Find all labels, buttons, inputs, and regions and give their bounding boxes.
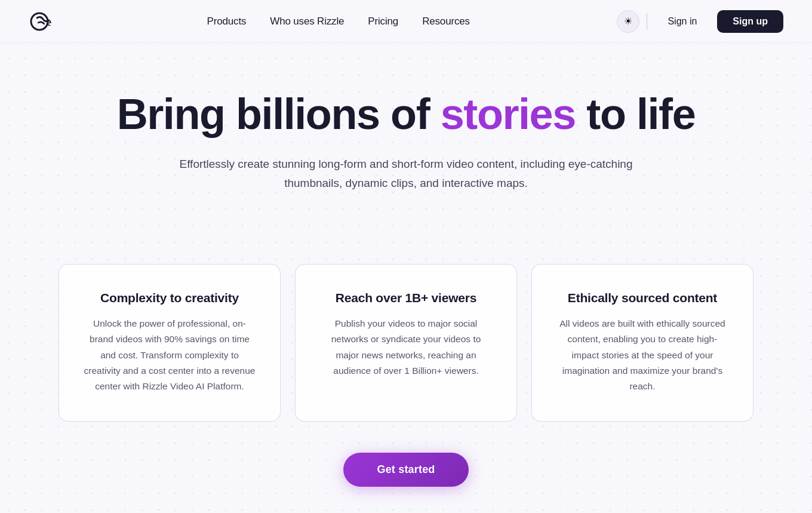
nav-right: ☀ Sign in Sign up bbox=[617, 10, 783, 33]
feature-cards: Complexity to creativity Unlock the powe… bbox=[30, 264, 782, 422]
hero-title-prefix: Bring billions of bbox=[117, 90, 441, 138]
logo[interactable]: e bbox=[29, 11, 60, 32]
cta-row: Get started bbox=[0, 453, 812, 487]
nav-link-resources[interactable]: Resources bbox=[422, 16, 470, 27]
nav-link-who-uses[interactable]: Who uses Rizzle bbox=[270, 16, 344, 27]
card-ethical-title: Ethically sourced content bbox=[556, 291, 729, 305]
theme-toggle-button[interactable]: ☀ bbox=[617, 10, 639, 33]
card-ethical: Ethically sourced content All videos are… bbox=[531, 264, 753, 422]
signup-button[interactable]: Sign up bbox=[717, 10, 783, 33]
card-reach: Reach over 1B+ viewers Publish your vide… bbox=[295, 264, 517, 422]
nav-item-resources[interactable]: Resources bbox=[422, 16, 470, 27]
main-content: Bring billions of stories to life Effort… bbox=[0, 43, 812, 513]
hero-title: Bring billions of stories to life bbox=[29, 91, 783, 138]
nav-link-products[interactable]: Products bbox=[207, 16, 247, 27]
hero-section: Bring billions of stories to life Effort… bbox=[0, 43, 812, 264]
card-ethical-text: All videos are built with ethically sour… bbox=[556, 316, 729, 395]
card-complexity: Complexity to creativity Unlock the powe… bbox=[59, 264, 281, 422]
sun-icon: ☀ bbox=[624, 16, 632, 27]
signin-button[interactable]: Sign in bbox=[654, 11, 710, 32]
hero-subtitle: Effortlessly create stunning long-form a… bbox=[179, 155, 633, 192]
nav-link-pricing[interactable]: Pricing bbox=[368, 16, 398, 27]
nav-item-pricing[interactable]: Pricing bbox=[368, 16, 398, 27]
get-started-button[interactable]: Get started bbox=[343, 453, 468, 487]
hero-title-suffix: to life bbox=[576, 90, 695, 138]
svg-text:e: e bbox=[47, 16, 51, 28]
navbar: e Products Who uses Rizzle Pricing Resou… bbox=[0, 0, 812, 43]
card-complexity-title: Complexity to creativity bbox=[83, 291, 256, 305]
card-reach-title: Reach over 1B+ viewers bbox=[319, 291, 493, 305]
nav-item-who-uses[interactable]: Who uses Rizzle bbox=[270, 16, 344, 27]
hero-title-highlight: stories bbox=[441, 90, 576, 138]
nav-divider bbox=[647, 13, 647, 30]
nav-links: Products Who uses Rizzle Pricing Resourc… bbox=[207, 16, 470, 27]
card-complexity-text: Unlock the power of professional, on-bra… bbox=[83, 316, 256, 395]
nav-item-products[interactable]: Products bbox=[207, 16, 247, 27]
card-reach-text: Publish your videos to major social netw… bbox=[319, 316, 493, 379]
